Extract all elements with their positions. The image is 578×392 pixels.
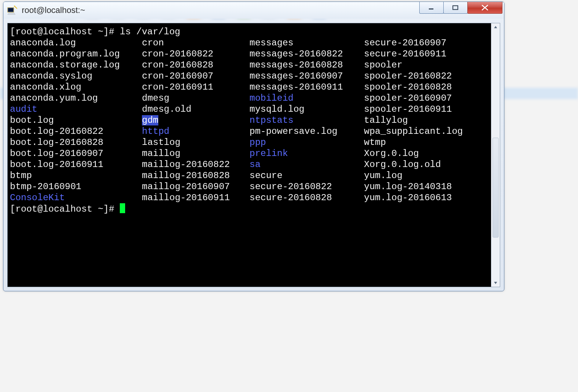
ls-column: croncron-20160822cron-20160828cron-20160… [142,37,250,203]
ls-entry-file: anaconda.xlog [10,82,142,93]
ls-entry-file: maillog [142,148,250,159]
ls-entry-file: yum.log-20160613 [364,192,463,203]
ls-entry-directory: gdm [142,115,250,126]
ls-entry-file: boot.log-20160911 [10,159,142,170]
ls-entry-file: wpa_supplicant.log [364,126,463,137]
ls-entry-file: boot.log [10,115,142,126]
ls-entry-file: lastlog [142,137,250,148]
ls-entry-file: secure-20160911 [364,48,463,59]
shell-prompt: [root@localhost ~]# [10,27,120,37]
ls-entry-directory: mobileid [250,93,364,104]
ls-entry-file: spooler-20160907 [364,93,463,104]
ls-entry-file: boot.log-20160907 [10,148,142,159]
ls-entry-file: maillog-20160907 [142,181,250,192]
ls-entry-file: cron-20160828 [142,59,250,71]
ls-entry-file: messages [250,37,364,48]
ls-entry-file: messages-20160822 [250,48,364,59]
svg-point-2 [14,5,15,6]
scrollbar-down-arrow[interactable] [491,279,500,287]
ls-entry-file: mysqld.log [250,104,364,115]
minimize-button[interactable] [419,2,444,14]
ls-entry-file: boot.log-20160828 [10,137,142,148]
ls-entry-file: anaconda.syslog [10,71,142,82]
ls-entry-file: maillog-20160822 [142,159,250,170]
ls-entry-file: maillog-20160911 [142,192,250,203]
ls-entry-file: anaconda.storage.log [10,59,142,71]
ls-entry-file: anaconda.program.log [10,48,142,59]
ls-entry-file: spooler-20160911 [364,104,463,115]
scrollbar-thumb[interactable] [493,138,499,238]
putty-icon [6,5,18,16]
ls-entry-file: messages-20160828 [250,59,364,71]
svg-rect-3 [429,8,433,10]
ls-entry-file: messages-20160907 [250,71,364,82]
ls-entry-directory: prelink [250,148,364,159]
putty-window: root@localhost:~ [root@localhost ~]# ls … [3,2,504,291]
svg-rect-4 [453,6,458,10]
ls-entry-file: anaconda.log [10,37,142,48]
ls-entry-file: yum.log-20140318 [364,181,463,192]
ls-entry-file: secure-20160822 [250,181,364,192]
ls-entry-file: secure [250,170,364,181]
ls-entry-file: secure-20160907 [364,37,463,48]
ls-entry-directory: ntpstats [250,115,364,126]
ls-entry-file: btmp [10,170,142,181]
ls-column: anaconda.loganaconda.program.loganaconda… [10,37,142,203]
window-title: root@localhost:~ [22,5,85,15]
terminal-cursor [120,203,125,213]
titlebar[interactable]: root@localhost:~ [3,2,504,19]
typed-command: ls /var/log [120,27,180,37]
ls-entry-directory: httpd [142,126,250,137]
ls-entry-file: cron-20160911 [142,82,250,93]
close-button[interactable] [467,2,502,14]
ls-entry-directory: audit [10,104,142,115]
ls-entry-file: pm-powersave.log [250,126,364,137]
ls-entry-file: wtmp [364,137,463,148]
ls-column: secure-20160907secure-20160911spoolerspo… [364,37,463,203]
ls-column: messagesmessages-20160822messages-201608… [250,37,364,203]
ls-entry-directory: ConsoleKit [10,192,142,203]
ls-entry-file: cron [142,37,250,48]
ls-entry-file: dmesg.old [142,104,250,115]
ls-entry-file: Xorg.0.log [364,148,463,159]
scrollbar-up-arrow[interactable] [491,23,500,31]
terminal[interactable]: [root@localhost ~]# ls /var/loganaconda.… [8,23,491,287]
terminal-prompt-line: [root@localhost ~]# [10,203,489,214]
ls-entry-file: boot.log-20160822 [10,126,142,137]
ls-entry-file: Xorg.0.log.old [364,159,463,170]
ls-entry-directory: sa [250,159,364,170]
ls-entry-file: spooler [364,59,463,71]
ls-entry-file: dmesg [142,93,250,104]
shell-prompt: [root@localhost ~]# [10,204,120,214]
selected-text: gdm [142,115,158,125]
svg-rect-1 [8,8,13,11]
ls-entry-file: spooler-20160822 [364,71,463,82]
ls-entry-file: spooler-20160828 [364,82,463,93]
ls-entry-file: cron-20160822 [142,48,250,59]
ls-entry-file: messages-20160911 [250,82,364,93]
ls-entry-directory: ppp [250,137,364,148]
ls-entry-file: cron-20160907 [142,71,250,82]
maximize-button[interactable] [443,2,468,14]
ls-entry-file: anaconda.yum.log [10,93,142,104]
terminal-command-line: [root@localhost ~]# ls /var/log [10,26,489,37]
ls-entry-file: maillog-20160828 [142,170,250,181]
ls-output: anaconda.loganaconda.program.loganaconda… [10,37,489,203]
vertical-scrollbar[interactable] [491,23,500,287]
ls-entry-file: yum.log [364,170,463,181]
ls-entry-file: btmp-20160901 [10,181,142,192]
client-area: [root@localhost ~]# ls /var/loganaconda.… [7,23,500,287]
ls-entry-file: tallylog [364,115,463,126]
ls-entry-file: secure-20160828 [250,192,364,203]
